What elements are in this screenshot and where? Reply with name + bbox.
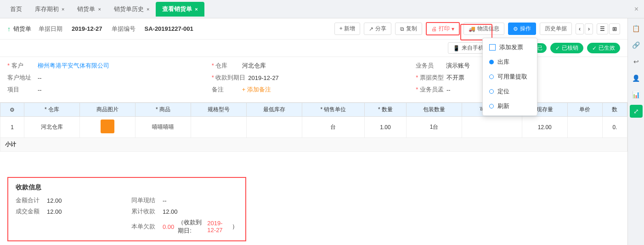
operate-button[interactable]: ⚙ 操作 [508, 23, 536, 35]
row-qty: 1.00 [364, 117, 406, 138]
subtotal-label: 小计 [0, 138, 627, 152]
doc-header: ↑ 销货单 单据日期 2019-12-27 单据编号 SA-20191227-0… [0, 18, 627, 40]
tab-home[interactable]: 首页 [4, 2, 28, 17]
row-current: 12.00 [522, 117, 567, 138]
owed-end: ） [232, 222, 238, 231]
close-all-button[interactable]: × [633, 3, 640, 15]
history-button[interactable]: 历史单据 [540, 23, 572, 35]
menu-refresh[interactable]: 刷新 [483, 99, 537, 114]
staff-label: 业务员 [416, 62, 443, 70]
th-warehouse: * 仓库 [24, 103, 80, 117]
tab-view-close[interactable]: × [195, 6, 198, 12]
project-field: 项目 -- [7, 85, 212, 94]
row-min-stock [246, 117, 302, 138]
share-button[interactable]: ↗ 分享 [364, 23, 391, 35]
locate-icon [489, 89, 494, 94]
menu-locate[interactable]: 定位 [483, 84, 537, 99]
th-product: * 商品 [136, 103, 191, 117]
payment-date-value: 2019-12-27 [248, 74, 279, 81]
nav-arrows: ‹ › [576, 23, 593, 34]
new-button[interactable]: + 新增 [334, 23, 360, 35]
grid-view-button[interactable]: ⊞ [609, 23, 620, 34]
tab-sales-close[interactable]: × [98, 6, 101, 12]
address-field: 客户地址 -- [7, 74, 212, 82]
doc-type-icon: ↑ [7, 25, 11, 33]
sold-button[interactable]: ✓ 已核销 [550, 43, 583, 53]
effect-icon: ✓ [592, 45, 597, 51]
tab-view-sales[interactable]: 查看销货单 × [156, 2, 204, 17]
refresh-label: 刷新 [497, 102, 509, 110]
warehouse-label: 仓库 [212, 62, 239, 70]
note-label: 备注 [212, 85, 239, 94]
available-qty-label: 可用量提取 [497, 73, 527, 81]
row-available [462, 117, 522, 138]
customer-value[interactable]: 柳州粤港平安气体有限公司 [38, 62, 109, 70]
sidebar-chart-icon[interactable]: 📊 [630, 88, 643, 101]
menu-add-invoice[interactable]: 添加发票 [483, 40, 537, 55]
tab-home-label: 首页 [10, 5, 22, 13]
customer-field: 客户 柳州粤港平安气体有限公司 [7, 62, 212, 70]
doc-meta: 单据日期 2019-12-27 单据编号 SA-20191227-001 [39, 25, 193, 33]
sidebar-link-icon[interactable]: 🔗 [630, 39, 643, 51]
tab-bar: 首页 库存期初 × 销货单 × 销货单历史 × 查看销货单 × × [0, 0, 644, 18]
list-view-button[interactable]: ☰ [597, 23, 608, 34]
row-index: 1 [0, 117, 24, 138]
next-button[interactable]: › [585, 23, 593, 34]
same-order-label: 同单现结 [131, 196, 159, 205]
tab-inventory-init[interactable]: 库存期初 × [28, 2, 71, 17]
tab-sales-history[interactable]: 销货单历史 × [107, 2, 156, 17]
th-gear[interactable]: ⚙ [0, 103, 24, 117]
doc-number-value: SA-20191227-001 [145, 25, 193, 32]
tab-inventory-close[interactable]: × [62, 6, 64, 12]
sidebar-expand-icon[interactable]: ⤢ [630, 105, 643, 118]
sidebar-notes-icon[interactable]: 📋 [630, 22, 643, 35]
sidebar-user-icon[interactable]: 👤 [630, 72, 643, 85]
outbound-icon [489, 60, 494, 64]
th-img: 商品图片 [80, 103, 136, 117]
tab-sales-order[interactable]: 销货单 × [71, 2, 107, 17]
ticket-type-label: 票据类型 [416, 74, 444, 82]
total-label: 金额合计 [16, 196, 43, 205]
row-unit-price [567, 117, 602, 138]
operate-icon: ⚙ [513, 26, 518, 32]
print-button[interactable]: 🖨 打印 ▾ [426, 22, 460, 35]
cumulative-label: 累计收款 [131, 207, 159, 216]
note-field: 备注 + 添加备注 [212, 85, 416, 94]
th-spec: 规格型号 [191, 103, 247, 117]
tab-view-label: 查看销货单 [162, 5, 192, 13]
right-sidebar: 📋 🔗 ↩ 👤 📊 ⤢ [627, 18, 644, 245]
menu-available-qty[interactable]: 可用量提取 [483, 69, 537, 84]
effect-button[interactable]: ✓ 已生效 [587, 43, 620, 53]
logistics-button[interactable]: 🚚 物流信息 [463, 23, 504, 35]
cumulative-row: 累计收款 12.00 [131, 207, 238, 216]
copy-button[interactable]: ⧉ 复制 [395, 23, 422, 35]
project-value: -- [38, 86, 42, 93]
total-row: 金额合计 12.00 [16, 196, 122, 205]
menu-outbound[interactable]: 出库 [483, 55, 537, 69]
warehouse-field: 仓库 河北仓库 [212, 62, 416, 70]
warehouse-value: 河北仓库 [242, 62, 266, 70]
th-unit-price: 单价 [567, 103, 602, 117]
tab-history-label: 销货单历史 [114, 5, 144, 13]
doc-title: ↑ 销货单 [7, 25, 31, 33]
subtotal-row: 小计 [0, 138, 627, 152]
ticket-type-value: 不开票 [446, 74, 464, 82]
salesman-value: -- [446, 86, 451, 93]
row-spec [191, 117, 247, 138]
doc-type-label: 销货单 [13, 25, 31, 33]
th-pkg-qty: 包装数量 [407, 103, 462, 117]
sidebar-return-icon[interactable]: ↩ [630, 55, 643, 68]
refresh-icon [489, 104, 494, 108]
doc-date-label: 单据日期 [39, 25, 62, 33]
view-toggle: ☰ ⊞ [597, 23, 620, 34]
same-order-row: 同单现结 -- [131, 196, 238, 205]
owed-label: 本单欠款 [131, 222, 159, 231]
owed-row: 本单欠款 0.00 （收款到期日: 2019-12-27 ） [131, 218, 238, 235]
th-qty: * 数量 [364, 103, 406, 117]
note-add-button[interactable]: + 添加备注 [242, 85, 271, 94]
tab-history-close[interactable]: × [147, 6, 149, 12]
cumulative-value: 12.00 [163, 208, 178, 215]
doc-number-label: 单据编号 [112, 25, 136, 33]
summary-title: 收款信息 [16, 183, 238, 192]
prev-button[interactable]: ‹ [576, 23, 584, 34]
